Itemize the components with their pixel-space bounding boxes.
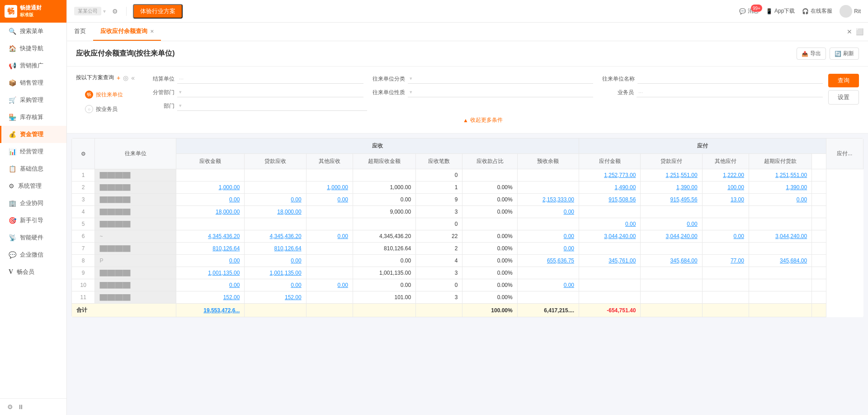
table-row: 4████████18,000.0018,000.009,000.0030.00… <box>72 206 863 218</box>
loan_payable-cell[interactable]: 3,044,240.00 <box>641 230 702 243</box>
prepaid_balance-cell <box>517 218 579 230</box>
loan_receivable-cell[interactable]: 1,001,135.00 <box>245 267 306 279</box>
receivable_amount-cell[interactable]: 0.00 <box>176 279 245 291</box>
receivable_amount-cell[interactable]: 0.00 <box>176 194 245 206</box>
sidebar-item-member[interactable]: V 畅会员 <box>0 263 66 281</box>
settlement-unit-input[interactable]: ··· <box>177 74 363 84</box>
tab-ar-ap-query[interactable]: 应收应付余额查询 ✕ <box>93 23 161 41</box>
sidebar-item-marketing[interactable]: 📢 营销推广 <box>0 57 66 74</box>
loan_payable-cell[interactable]: 0.00 <box>641 218 702 230</box>
bottom-settings-icon[interactable]: ⚙ <box>7 403 13 410</box>
loan_receivable-cell[interactable]: 810,126.64 <box>245 243 306 255</box>
overdue_payable-cell[interactable]: 345,684.00 <box>749 255 811 267</box>
overdue_payable-cell[interactable]: 0.00 <box>749 194 811 206</box>
plan-by-unit[interactable]: 畅 按往来单位 <box>85 89 143 100</box>
receivable_amount-cell[interactable]: 1,000.00 <box>176 181 245 194</box>
sidebar-item-smart-hw[interactable]: 📡 智能硬件 <box>0 229 66 246</box>
loan_receivable-cell[interactable]: 0.00 <box>245 255 306 267</box>
sidebar-item-quick-nav[interactable]: 🏠 快捷导航 <box>0 40 66 57</box>
sidebar-item-inventory[interactable]: 🏪 库存核算 <box>0 109 66 126</box>
receivable_amount-cell[interactable]: 810,126.64 <box>176 243 245 255</box>
bottom-collapse-icon[interactable]: ⏸ <box>18 403 24 410</box>
messages-button[interactable]: 💬 消息 99+ <box>739 7 759 15</box>
payable_amount-cell[interactable]: 1,252,773.00 <box>579 169 641 181</box>
collapse-button[interactable]: ▲ 收起更多条件 <box>463 114 503 126</box>
salesperson-input[interactable]: ··· <box>637 87 823 97</box>
loan_receivable-cell[interactable]: 152.00 <box>245 291 306 304</box>
sidebar-item-wechat[interactable]: 💬 企业微信 <box>0 246 66 263</box>
total-receivable-amount[interactable]: 19,553,472,6... <box>176 304 245 317</box>
settings-button[interactable]: 设置 <box>828 90 859 105</box>
tab-home[interactable]: 首页 <box>67 23 93 41</box>
other_payable-cell[interactable]: 1,222.00 <box>702 169 749 181</box>
loan_payable-cell <box>641 279 702 291</box>
payable_amount-cell[interactable]: 3,044,240.00 <box>579 230 641 243</box>
sidebar-item-newbie[interactable]: 🎯 新手引导 <box>0 212 66 229</box>
receivable_amount-cell <box>176 169 245 181</box>
loan_payable-cell[interactable]: 345,684.00 <box>641 255 702 267</box>
app-download-button[interactable]: 📱 App下载 <box>766 7 795 15</box>
other_receivable-cell[interactable]: 0.00 <box>306 194 353 206</box>
payable_amount-cell[interactable]: 0.00 <box>579 218 641 230</box>
sidebar-item-finance[interactable]: 💰 资金管理 <box>0 126 66 143</box>
export-button[interactable]: 📤 导出 <box>797 48 826 60</box>
plan-by-staff[interactable]: ○ 按业务员 <box>85 103 143 115</box>
sidebar-item-sales[interactable]: 📦 销售管理 <box>0 74 66 91</box>
payable_amount-cell[interactable]: 915,508.56 <box>579 194 641 206</box>
receivable_amount-cell[interactable]: 4,345,436.20 <box>176 230 245 243</box>
payable_amount-cell[interactable]: 345,761.00 <box>579 255 641 267</box>
receivable_amount-cell[interactable]: 152.00 <box>176 291 245 304</box>
other_payable-cell[interactable]: 0.00 <box>702 230 749 243</box>
other_payable-cell[interactable]: 100.00 <box>702 181 749 194</box>
loan_receivable-cell[interactable]: 0.00 <box>245 279 306 291</box>
receivable_amount-cell[interactable]: 1,001,135.00 <box>176 267 245 279</box>
department-input[interactable]: ▾ <box>177 101 367 111</box>
sidebar-item-system[interactable]: ⚙ 系统管理 <box>0 177 66 195</box>
filter-add-icon[interactable]: + <box>117 74 120 81</box>
loan_payable-cell[interactable]: 915,495.56 <box>641 194 702 206</box>
online-service-button[interactable]: 🎧 在线客服 <box>802 7 832 15</box>
partner-category-input[interactable]: ▾ <box>408 74 593 84</box>
loan_receivable-cell[interactable]: 4,345,436.20 <box>245 230 306 243</box>
sidebar-item-search-menu[interactable]: 🔍 搜索菜单 <box>0 23 66 40</box>
sidebar-item-base-info[interactable]: 📋 基础信息 <box>0 160 66 177</box>
overdue_payable-cell[interactable]: 3,044,240.00 <box>749 230 811 243</box>
prepaid_balance-cell[interactable]: 0.00 <box>517 279 579 291</box>
overdue_payable-cell[interactable]: 1,390.00 <box>749 181 811 194</box>
sidebar-item-purchase[interactable]: 🛒 采购管理 <box>0 91 66 109</box>
other_receivable-cell[interactable]: 0.00 <box>306 279 353 291</box>
loan_receivable-cell[interactable]: 0.00 <box>245 194 306 206</box>
loan_payable-cell[interactable]: 1,251,551.00 <box>641 169 702 181</box>
prepaid_balance-cell[interactable]: 0.00 <box>517 243 579 255</box>
user-menu[interactable]: Rit <box>840 5 861 18</box>
sidebar-item-business[interactable]: 📊 经营管理 <box>0 143 66 160</box>
tab-maximize-icon[interactable]: ⬜ <box>856 28 863 35</box>
prepaid_balance-cell[interactable]: 655,636.75 <box>517 255 579 267</box>
loan_payable-cell[interactable]: 1,390.00 <box>641 181 702 194</box>
prepaid_balance-cell[interactable]: 0.00 <box>517 206 579 218</box>
promo-button[interactable]: 体验行业方案 <box>133 4 183 19</box>
loan_receivable-cell[interactable]: 18,000.00 <box>245 206 306 218</box>
other_receivable-cell[interactable]: 1,000.00 <box>306 181 353 194</box>
filter-target-icon[interactable]: ◎ <box>123 74 128 81</box>
query-button[interactable]: 查询 <box>828 74 859 87</box>
payable_amount-cell[interactable]: 1,490.00 <box>579 181 641 194</box>
filter-back-icon[interactable]: « <box>131 74 135 81</box>
receivable_amount-cell[interactable]: 18,000.00 <box>176 206 245 218</box>
tab-close-icon[interactable]: ✕ <box>150 29 154 34</box>
partner-name-input[interactable] <box>637 74 823 84</box>
other_payable-cell[interactable]: 77.00 <box>702 255 749 267</box>
dept-manager-input[interactable]: ▾ <box>177 87 363 97</box>
tab-close-window-icon[interactable]: ✕ <box>847 28 852 35</box>
other_receivable-cell[interactable]: 0.00 <box>306 230 353 243</box>
prepaid_balance-cell[interactable]: 2,153,333.00 <box>517 194 579 206</box>
overdue_payable-cell[interactable]: 1,251,551.00 <box>749 169 811 181</box>
partner-nature-input[interactable]: ▾ <box>408 87 593 97</box>
sidebar-item-enterprise[interactable]: 🏢 企业协同 <box>0 195 66 212</box>
receivable_amount-cell[interactable]: 0.00 <box>176 255 245 267</box>
prepaid_balance-cell[interactable]: 0.00 <box>517 230 579 243</box>
refresh-button[interactable]: 🔄 刷新 <box>830 48 859 60</box>
other_payable-cell[interactable]: 13.00 <box>702 194 749 206</box>
header-gear-icon[interactable]: ⚙ <box>112 8 118 15</box>
th-settings[interactable]: ⚙ <box>72 138 95 169</box>
